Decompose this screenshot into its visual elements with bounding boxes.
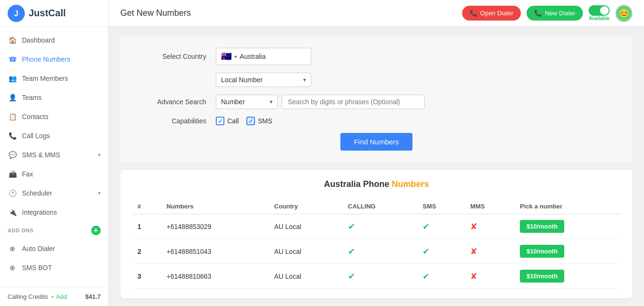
cell-calling: ✔ (342, 239, 417, 264)
available-toggle[interactable]: Available (589, 5, 610, 21)
sidebar-label-dashboard: Dashboard (22, 36, 101, 44)
cell-mms: ✘ (465, 214, 514, 239)
sidebar-item-sms-bot[interactable]: ⊕ SMS BOT (0, 258, 108, 277)
sms-bot-icon: ⊕ (8, 263, 17, 273)
sidebar-item-phone-numbers[interactable]: ☎ Phone Numbers (0, 50, 108, 69)
sidebar-item-fax[interactable]: 📠 Fax (0, 164, 108, 184)
sms-label: SMS (258, 117, 272, 125)
chevron-down-number-type: ▾ (303, 76, 306, 83)
sms-icon: 💬 (8, 150, 17, 160)
check-icon: ✔ (348, 247, 355, 256)
svg-text:J: J (14, 10, 19, 18)
number-type-value: Local Number (221, 76, 263, 84)
sidebar-item-integrations[interactable]: 🔌 Integrations (0, 203, 108, 222)
call-checkbox[interactable]: ✓ (216, 117, 224, 125)
calling-credits-label: Calling Credits (8, 293, 48, 300)
sidebar-item-call-logs[interactable]: 📞 Call Logs (0, 126, 108, 145)
advance-search-row: Advance Search Number ▾ (139, 95, 613, 109)
fax-icon: 📠 (8, 169, 17, 179)
open-dialer-button[interactable]: 📞 Open Dialer (462, 6, 521, 21)
sms-checkbox[interactable]: ✓ (246, 117, 255, 125)
country-select[interactable]: 🇦🇺 ▾ Australia (216, 48, 311, 65)
cell-pick[interactable]: $10/month (514, 239, 621, 264)
checkmark-icon: ✓ (218, 118, 223, 125)
cross-icon-mms: ✘ (470, 247, 477, 256)
sidebar-label-sms-mms: SMS & MMS (22, 151, 98, 159)
add-ons-button[interactable]: + (91, 226, 101, 235)
sidebar-item-contacts[interactable]: 📋 Contacts (0, 107, 108, 126)
search-input[interactable] (282, 95, 425, 109)
sidebar-label-team-members: Team Members (22, 75, 101, 82)
col-hash: # (132, 199, 161, 214)
cell-country: AU Local (268, 214, 342, 239)
col-numbers: Numbers (161, 199, 268, 214)
capabilities-label: Capabilities (139, 117, 206, 125)
cell-sms: ✔ (417, 264, 465, 289)
sms-capability[interactable]: ✓ SMS (246, 117, 272, 125)
chevron-down-icon: ▾ (98, 152, 101, 158)
chevron-down-icon-2: ▾ (98, 190, 101, 197)
number-type-select[interactable]: Local Number ▾ (216, 73, 311, 87)
cross-icon-mms: ✘ (470, 222, 477, 231)
sidebar-item-sms-mms[interactable]: 💬 SMS & MMS ▾ (0, 145, 108, 164)
sidebar-item-team-members[interactable]: 👥 Team Members (0, 69, 108, 88)
toggle-switch[interactable] (589, 5, 610, 16)
results-table: # Numbers Country CALLING SMS MMS Pick a… (132, 199, 621, 289)
cell-sms: ✔ (417, 239, 465, 264)
sidebar-label-fax: Fax (22, 170, 101, 178)
select-country-label: Select Country (139, 53, 206, 60)
add-ons-header: ADD ONS + (0, 222, 108, 239)
cell-number: +61488853029 (161, 214, 268, 239)
cell-mms: ✘ (465, 264, 514, 289)
advance-search-controls: Number ▾ (216, 95, 425, 109)
logo-text: JustCall (29, 8, 66, 19)
phone-icon: ☎ (8, 55, 17, 64)
call-capability[interactable]: ✓ Call (216, 117, 239, 125)
auto-dialer-icon: ⊕ (8, 244, 17, 253)
check-icon-sms: ✔ (422, 247, 430, 256)
logo[interactable]: J JustCall (0, 0, 108, 27)
new-dialer-button[interactable]: 📞 New Dialer (527, 6, 583, 21)
col-calling: CALLING (342, 199, 417, 214)
sidebar-nav: 🏠 Dashboard ☎ Phone Numbers 👥 Team Membe… (0, 27, 108, 287)
sidebar-item-dashboard[interactable]: 🏠 Dashboard (0, 31, 108, 50)
cell-num: 3 (132, 264, 161, 289)
col-mms: MMS (465, 199, 514, 214)
check-icon-sms: ✔ (422, 272, 430, 281)
pick-number-button[interactable]: $10/month (520, 245, 564, 258)
col-country: Country (268, 199, 342, 214)
justcall-logo-icon: J (8, 5, 25, 22)
sidebar-item-scheduler[interactable]: 🕐 Scheduler ▾ (0, 184, 108, 203)
sidebar: J JustCall 🏠 Dashboard ☎ Phone Numbers 👥… (0, 0, 109, 306)
check-icon: ✔ (348, 222, 355, 231)
pick-number-button[interactable]: $10/month (520, 270, 564, 283)
search-type-select[interactable]: Number ▾ (216, 95, 278, 109)
avatar[interactable]: 😊 (615, 5, 633, 22)
cell-calling: ✔ (342, 264, 417, 289)
cell-pick[interactable]: $10/month (514, 264, 621, 289)
cell-country: AU Local (268, 264, 342, 289)
search-type-value: Number (221, 98, 245, 106)
pick-number-button[interactable]: $10/month (520, 220, 564, 233)
chevron-down-flag: ▾ (234, 54, 237, 59)
col-pick: Pick a number (514, 199, 621, 214)
table-row: 3 +61488810663 AU Local ✔ ✔ ✘ $10/month (132, 264, 621, 289)
cell-pick[interactable]: $10/month (514, 214, 621, 239)
country-row: Select Country 🇦🇺 ▾ Australia (139, 48, 613, 65)
scheduler-icon: 🕐 (8, 188, 17, 198)
find-numbers-button[interactable]: Find Numbers (340, 133, 412, 151)
cell-num: 2 (132, 239, 161, 264)
sidebar-item-auto-dialer[interactable]: ⊕ Auto Dialer (0, 239, 108, 258)
cell-number: +61488810663 (161, 264, 268, 289)
open-dialer-label: Open Dialer (480, 10, 513, 17)
results-country: Australia (324, 179, 360, 189)
results-card: Australia Phone Numbers # Numbers Countr… (120, 170, 633, 298)
sidebar-label-auto-dialer: Auto Dialer (22, 245, 101, 252)
col-sms: SMS (417, 199, 465, 214)
add-credit-link[interactable]: + Add (51, 293, 67, 300)
page-header: Get New Numbers 📞 Open Dialer 📞 New Dial… (109, 0, 644, 27)
toggle-knob (600, 6, 609, 15)
cell-country: AU Local (268, 239, 342, 264)
country-flag: 🇦🇺 (221, 51, 232, 62)
sidebar-item-teams[interactable]: 👤 Teams (0, 88, 108, 107)
